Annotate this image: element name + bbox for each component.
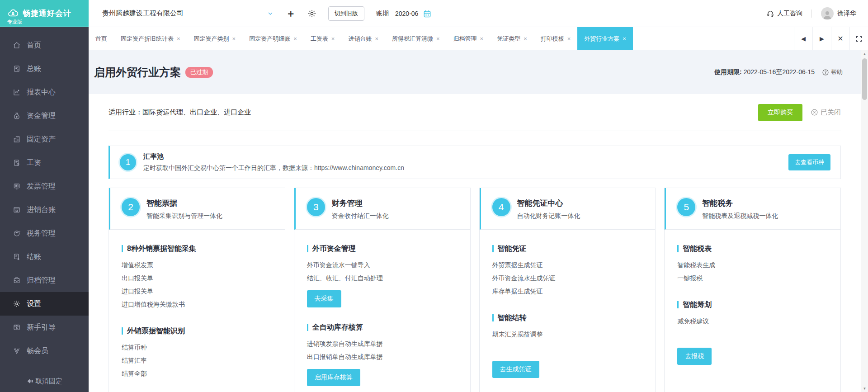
card-section-heading: 全自动库存核算 [307,324,458,331]
topbar: 畅捷通好会计 专业版 贵州腾越建设工程有限公司 ＋ 切到旧版 账期 2020-0… [0,0,868,27]
scrollbar-down-arrow[interactable]: ▼ [861,385,868,392]
tab-close-icon[interactable]: × [567,35,571,42]
tab-close-icon[interactable]: × [375,35,378,42]
sidebar-item-general-ledger[interactable]: 总账 [0,57,89,80]
sidebar-item-purchase-sales-ledger[interactable]: 进销台账 [0,198,89,222]
tab-fixed-asset-depreciation[interactable]: 固定资产折旧统计表× [114,27,187,50]
collect-funds-button[interactable]: 去采集 [307,290,341,307]
scrollbar-up-arrow[interactable]: ▲ [861,50,868,57]
add-account-button[interactable]: ＋ [286,9,296,19]
tab-close-icon[interactable]: × [293,35,297,42]
close-all-tabs-button[interactable]: ✕ [831,27,849,50]
sidebar-item-label: 畅会员 [27,346,48,356]
closed-status: 已关闭 [811,108,841,117]
sidebar-item-funds-management[interactable]: 资金管理 [0,104,89,128]
cloud-logo-icon [7,8,19,19]
tab-print-template[interactable]: 打印模板× [534,27,578,50]
industry-row: 适用行业： 国际货运代理、出口企业、进口企业 立即购买 已关闭 [108,94,841,131]
file-tax-button[interactable]: 去报税 [677,348,712,365]
tab-voucher-type[interactable]: 凭证类型× [490,27,534,50]
tabs-scroll-left-button[interactable]: ◀ [794,27,812,50]
topbar-divider [811,9,812,18]
card-section: 8种外销票据智能采集 增值税发票 出口报关单 进口报关单 进口增值税海关缴款书 [122,245,273,311]
sidebar-item-closing[interactable]: 结账 [0,245,89,269]
card-section: 智能凭证 外贸票据生成凭证 外币资金流水生成凭证 库存单据生成凭证 [492,245,644,298]
home-icon [13,41,21,49]
tab-archive-management[interactable]: 归档管理× [447,27,491,50]
sidebar-item-label: 发票管理 [27,182,56,191]
tab-foreign-trade-plan[interactable]: 外贸行业方案× [577,27,633,50]
list-item: 出口报销单自动生成库单据 [307,350,458,364]
tab-salary-sheet[interactable]: 工资表× [304,27,342,50]
sidebar-item-settings[interactable]: 设置 [0,292,89,316]
tab-close-icon[interactable]: × [480,35,484,42]
unpin-sidebar-button[interactable]: 取消固定 [0,370,89,392]
tab-purchase-sales-ledger[interactable]: 进销台账× [341,27,385,50]
building-icon [13,135,21,143]
sidebar-item-label: 报表中心 [27,88,56,97]
main-area: 首页 固定资产折旧统计表× 固定资产类别× 固定资产明细账× 工资表× 进销台账… [89,27,868,392]
support-link[interactable]: 人工咨询 [766,9,802,18]
list-item: 结算全部 [122,367,273,380]
switch-old-version-button[interactable]: 切到旧版 [328,6,364,21]
card-section: 智能税表 智能税表生成 一键报税 [677,245,829,285]
payroll-doc-icon [13,159,21,167]
company-selector[interactable]: 贵州腾越建设工程有限公司 [102,9,274,18]
card-header: 3 财务管理 资金收付结汇一体化 [294,188,470,230]
tab-fixed-asset-category[interactable]: 固定资产类别× [187,27,243,50]
settings-gear-button[interactable] [307,9,316,18]
avatar[interactable] [821,7,834,20]
ledger-icon [13,65,21,73]
industries-label: 适用行业： [108,108,142,117]
sidebar-item-tax-management[interactable]: 税务管理 [0,222,89,245]
usage-label: 使用期限: [714,68,742,76]
tab-close-icon[interactable]: × [524,35,527,42]
tab-label: 首页 [95,35,107,43]
tab-close-icon[interactable]: × [331,35,335,42]
scrollbar-thumb[interactable] [862,58,867,100]
card-body: 外币资金管理 外币资金流水一键导入 结汇、收汇、付汇自动处理 去采集 全自动库存… [294,230,470,386]
sidebar-item-label: 固定资产 [27,135,56,144]
step-text: 汇率池 定时获取中国外汇交易中心第一个工作日的汇率，数据来源：https://w… [143,152,404,172]
sidebar-item-label: 归档管理 [27,276,56,285]
industries-value: 国际货运代理、出口企业、进口企业 [142,108,251,117]
sidebar-item-fixed-assets[interactable]: 固定资产 [0,128,89,151]
card-title: 智能票据 [146,198,222,208]
support-label: 人工咨询 [777,9,802,18]
sidebar-item-report-center[interactable]: 报表中心 [0,80,89,104]
sidebar-item-home[interactable]: 首页 [0,33,89,57]
sidebar-item-payroll[interactable]: 工资 [0,151,89,175]
sidebar-item-invoice-management[interactable]: 发票管理 [0,175,89,198]
tab-close-icon[interactable]: × [623,35,626,42]
page-title: 启用外贸行业方案 [94,65,181,80]
sidebar-item-member[interactable]: 畅会员 [0,339,89,363]
list-item: 减免税建议 [677,315,829,328]
tab-close-icon[interactable]: × [177,35,180,42]
card-smart-tax: 5 智能税务 智能税表及退税减税一体化 智能税表 智能税表生成 [664,188,841,392]
calendar-icon[interactable] [423,9,432,18]
buy-now-button[interactable]: 立即购买 [758,104,802,121]
view-currency-button[interactable]: 去查看币种 [788,154,830,170]
sidebar-item-archive-management[interactable]: 归档管理 [0,269,89,292]
vertical-scrollbar[interactable]: ▲ ▼ [861,50,868,392]
fullscreen-button[interactable] [849,27,868,50]
card-header: 4 智能凭证中心 自动化财务记账一体化 [480,188,656,230]
help-link[interactable]: 帮助 [822,68,843,76]
username[interactable]: 徐泽华 [837,9,856,18]
enable-inventory-button[interactable]: 启用库存核算 [307,369,360,386]
chevron-down-icon [267,10,274,17]
sidebar-item-beginner-guide[interactable]: 新手引导 [0,316,89,339]
tab-home[interactable]: 首页 [89,27,114,50]
tab-fixed-asset-detail[interactable]: 固定资产明细账× [242,27,304,50]
tab-income-tax-settlement[interactable]: 所得税汇算清缴× [385,27,447,50]
generate-voucher-button[interactable]: 去生成凭证 [492,361,539,378]
unpin-icon [26,378,33,385]
tab-close-icon[interactable]: × [436,35,440,42]
sidebar-item-label: 设置 [27,299,41,309]
sidebar-item-label: 进销台账 [27,205,56,215]
card-subtitle: 自动化财务记账一体化 [517,212,580,220]
tabs-scroll-right-button[interactable]: ▶ [812,27,831,50]
feature-cards: 2 智能票据 智能采集识别与管理一体化 8种外销票据智能采集 增值税发票 [108,188,841,392]
closed-circle-x-icon [811,109,818,116]
tab-close-icon[interactable]: × [232,35,236,42]
